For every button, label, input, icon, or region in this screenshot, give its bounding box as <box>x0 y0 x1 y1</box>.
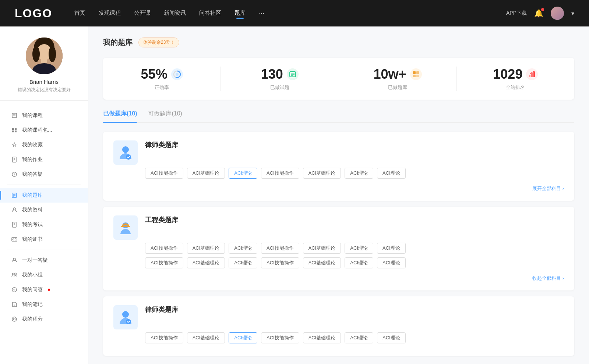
stat-label: 已做题库 <box>388 84 407 91</box>
svg-rect-48 <box>413 71 416 74</box>
sidebar-label: 我的小组 <box>22 272 43 278</box>
tag[interactable]: ACI技能操作 <box>261 168 299 179</box>
cert-icon <box>11 236 18 243</box>
sidebar-item-group[interactable]: 我的小组 <box>0 268 88 282</box>
nav-qa[interactable]: 问答社区 <box>199 10 221 17</box>
svg-rect-59 <box>121 226 130 227</box>
sidebar-label: 我的问答 <box>22 286 43 293</box>
qbank-header: 工程类题库 <box>113 215 564 240</box>
grid-icon <box>410 68 422 80</box>
tag[interactable]: ACI理论 <box>229 243 257 254</box>
sidebar-item-tutor[interactable]: 一对一答疑 <box>0 253 88 268</box>
tab-done-qbank[interactable]: 已做题库(10) <box>103 110 137 122</box>
qbank-title: 工程类题库 <box>145 215 178 224</box>
tag[interactable]: ACI理论 <box>377 257 406 268</box>
nav-notification-bell[interactable]: 🔔 <box>534 9 543 18</box>
svg-point-4 <box>49 46 56 62</box>
tag[interactable]: ACI技能操作 <box>145 257 183 268</box>
nav-open-course[interactable]: 公开课 <box>134 10 151 17</box>
sidebar-item-my-qa[interactable]: ? 我的问答 <box>0 282 88 297</box>
tag-selected[interactable]: ACI理论 <box>229 332 257 343</box>
tag[interactable]: ACI理论 <box>345 243 373 254</box>
tag[interactable]: ACI技能操作 <box>261 243 299 254</box>
collapse-all-link[interactable]: 收起全部科目 › <box>145 272 564 282</box>
svg-text:?: ? <box>13 288 15 292</box>
qbank-title: 律师类题库 <box>145 305 178 314</box>
nav-discover[interactable]: 发现课程 <box>99 10 121 17</box>
svg-point-60 <box>122 311 129 318</box>
qbank-icon <box>11 192 18 199</box>
stat-number: 10w+ <box>374 67 406 82</box>
nav-home[interactable]: 首页 <box>74 10 85 17</box>
svg-text:?: ? <box>13 173 15 176</box>
svg-rect-50 <box>413 75 416 77</box>
tag[interactable]: ACI理论 <box>345 257 373 268</box>
tag[interactable]: ACI基础理论 <box>303 168 341 179</box>
sidebar-item-homework[interactable]: 我的作业 <box>0 152 88 167</box>
nav-more[interactable]: ··· <box>259 10 264 17</box>
avatar <box>26 38 63 74</box>
list-icon <box>287 68 299 80</box>
tag[interactable]: ACI基础理论 <box>303 243 341 254</box>
tabs-row: 已做题库(10) 可做题库(10) <box>103 110 574 123</box>
nav-links: 首页 发现课程 公开课 新闻资讯 问答社区 题库 ··· <box>74 10 491 17</box>
tag[interactable]: ACI基础理论 <box>187 257 225 268</box>
nav-avatar-chevron[interactable]: ▾ <box>571 10 574 17</box>
nav-news[interactable]: 新闻资讯 <box>164 10 186 17</box>
expand-all-link[interactable]: 展开全部科目 › <box>145 182 564 192</box>
tag[interactable]: ACI基础理论 <box>187 168 225 179</box>
tag[interactable]: ACI技能操作 <box>261 257 299 268</box>
qa-icon: ? <box>11 171 18 178</box>
stat-top: 1029 <box>493 67 538 82</box>
sidebar-item-qa[interactable]: ? 我的答疑 <box>0 167 88 182</box>
tag[interactable]: ACI理论 <box>377 168 406 179</box>
tag[interactable]: ACI基础理论 <box>303 332 341 343</box>
tag[interactable]: ACI基础理论 <box>303 257 341 268</box>
svg-rect-12 <box>12 131 14 132</box>
tag[interactable]: ACI理论 <box>345 332 373 343</box>
stat-accuracy: 55% 正确率 <box>103 67 221 91</box>
tag[interactable]: ACI基础理论 <box>187 243 225 254</box>
tag[interactable]: ACI基础理论 <box>187 332 225 343</box>
qbank-card-lawyer-2: 律师类题库 ACI技能操作 ACI基础理论 ACI理论 ACI技能操作 ACI基… <box>103 296 574 356</box>
nav-avatar[interactable] <box>551 7 564 20</box>
sidebar-item-my-course[interactable]: 我的课程 <box>0 108 88 123</box>
sidebar-item-qbank[interactable]: 我的题库 <box>0 188 88 203</box>
sidebar-item-profile[interactable]: 我的资料 <box>0 203 88 217</box>
tag[interactable]: ACI技能操作 <box>145 168 183 179</box>
tag[interactable]: ACI理论 <box>377 243 406 254</box>
sidebar-item-favorites[interactable]: 我的收藏 <box>0 138 88 152</box>
sidebar-item-exam[interactable]: 我的考试 <box>0 217 88 232</box>
nav-qbank[interactable]: 题库 <box>234 10 246 17</box>
sidebar-item-notes[interactable]: 我的笔记 <box>0 297 88 312</box>
svg-rect-52 <box>529 75 530 77</box>
package-icon <box>11 127 18 133</box>
nav-app-download[interactable]: APP下载 <box>506 10 527 17</box>
page-layout: Brian Harris 错误的决定比没有决定要好 我的课程 我的课程包... <box>0 26 589 364</box>
tag-selected[interactable]: ACI理论 <box>229 168 257 179</box>
sidebar-label: 我的作业 <box>22 156 43 163</box>
tags-row-2b: ACI技能操作 ACI基础理论 ACI理论 ACI技能操作 ACI基础理论 AC… <box>145 257 564 268</box>
stats-bar: 55% 正确率 130 <box>103 58 574 100</box>
qbank-header: 律师类题库 <box>113 140 564 165</box>
stat-top: 10w+ <box>374 67 422 82</box>
sidebar-item-course-package[interactable]: 我的课程包... <box>0 123 88 138</box>
sidebar-item-points[interactable]: 我的积分 <box>0 312 88 326</box>
star-icon <box>11 142 18 148</box>
svg-point-3 <box>32 46 40 62</box>
tags-row-2a: ACI技能操作 ACI基础理论 ACI理论 ACI技能操作 ACI基础理论 AC… <box>145 243 564 254</box>
tag[interactable]: ACI理论 <box>229 257 257 268</box>
tag[interactable]: ACI技能操作 <box>145 243 183 254</box>
sidebar-menu: 我的课程 我的课程包... 我的收藏 我的作业 <box>0 104 88 330</box>
tag[interactable]: ACI技能操作 <box>145 332 183 343</box>
sidebar-label: 我的收藏 <box>22 142 43 148</box>
tag[interactable]: ACI技能操作 <box>261 332 299 343</box>
tag[interactable]: ACI理论 <box>345 168 373 179</box>
tag[interactable]: ACI理论 <box>377 332 406 343</box>
svg-point-32 <box>13 258 15 260</box>
sidebar-item-cert[interactable]: 我的证书 <box>0 232 88 247</box>
tab-available-qbank[interactable]: 可做题库(10) <box>148 110 182 122</box>
sidebar-label: 我的答疑 <box>22 171 43 178</box>
stat-number: 1029 <box>493 67 522 82</box>
sidebar-label: 我的笔记 <box>22 301 43 308</box>
